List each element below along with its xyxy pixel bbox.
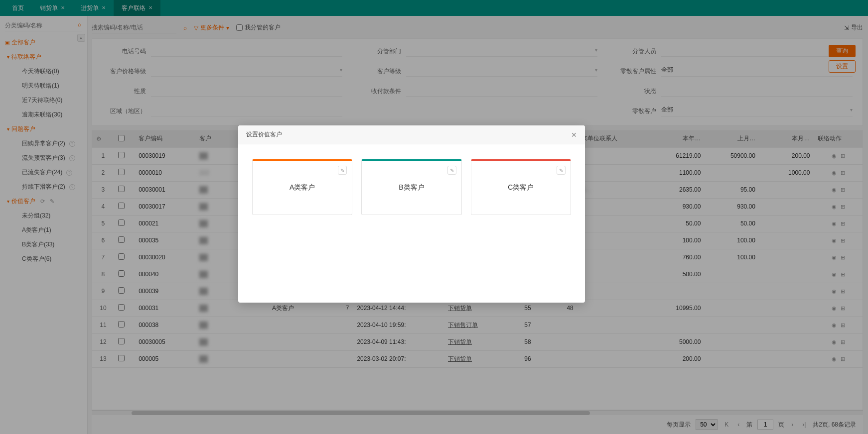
card-label: B类客户 bbox=[399, 183, 424, 192]
modal-title: 设置价值客户 bbox=[246, 130, 282, 139]
edit-icon[interactable]: ✎ bbox=[338, 166, 347, 175]
card-b-customer[interactable]: ✎ B类客户 bbox=[361, 159, 461, 215]
card-c-customer[interactable]: ✎ C类客户 bbox=[471, 159, 571, 215]
value-customer-modal: 设置价值客户 ✕ ✎ A类客户 ✎ B类客户 ✎ C类客户 bbox=[238, 125, 585, 303]
card-label: C类客户 bbox=[508, 183, 534, 192]
close-icon[interactable]: ✕ bbox=[571, 131, 577, 139]
card-label: A类客户 bbox=[289, 183, 315, 192]
edit-icon[interactable]: ✎ bbox=[447, 166, 456, 175]
card-a-customer[interactable]: ✎ A类客户 bbox=[252, 159, 352, 215]
edit-icon[interactable]: ✎ bbox=[557, 166, 566, 175]
